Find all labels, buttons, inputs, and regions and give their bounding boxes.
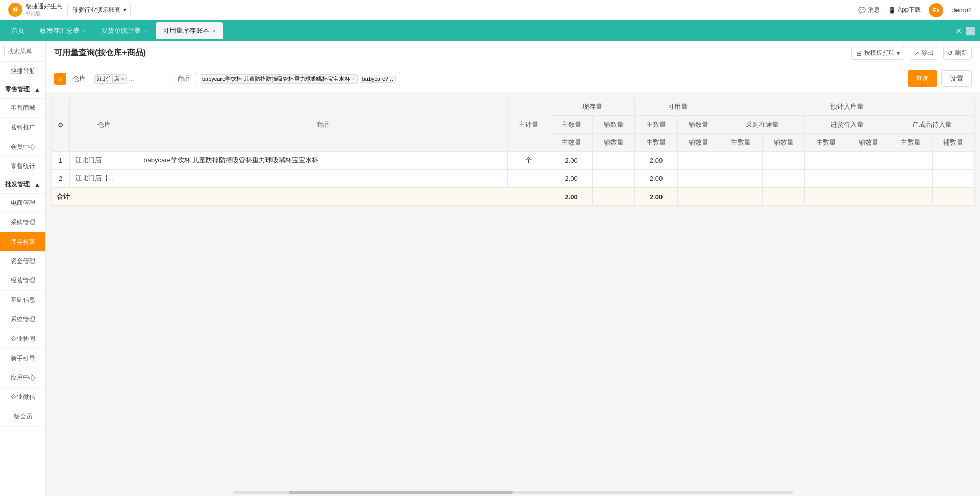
row-avail-aux <box>677 170 720 188</box>
maximize-icon[interactable]: ⬜ <box>966 26 976 36</box>
sidebar-item-retail-mall[interactable]: 零售商城 <box>0 99 45 118</box>
col-settings-header[interactable]: ⚙ <box>52 98 70 152</box>
col-avail-aux-qty: 辅数量 <box>677 116 720 134</box>
top-bar-left: 好 畅捷通好生意 标准版 母婴行业演示账套 ▾ <box>8 3 131 17</box>
tab-keyongliang[interactable]: 可用量库存账本 × <box>156 22 223 39</box>
export-btn[interactable]: ↗ 导出 <box>910 46 938 60</box>
warehouse-tag: 江北门店 × <box>94 74 127 84</box>
main-layout: 快捷导航 零售管理 ▲ 零售商城 营销推广 会员中心 零售统计 批发管理 ▲ 电… <box>0 41 980 496</box>
product-tag-2-value: babycare?... <box>362 76 394 82</box>
app-download-btn[interactable]: 📱 App下载 <box>888 6 921 14</box>
col-warehouse-header: 仓库 <box>70 98 138 152</box>
col-incoming-aux: 辅数量 <box>847 134 890 152</box>
total-stock-main: 2.00 <box>550 187 593 206</box>
logo-sub: 标准版 <box>26 10 62 17</box>
content-area: 可用量查询(按仓库+商品) 🖨 按模板打印 ▾ ↗ 导出 ↺ 刷新 » <box>46 41 980 496</box>
sidebar-item-retail-mgmt[interactable]: 零售管理 ▲ <box>0 81 45 99</box>
row-production-aux <box>932 152 974 170</box>
total-row: 合计 2.00 2.00 <box>52 187 975 206</box>
close-window-icon[interactable]: ✕ <box>955 26 962 36</box>
sidebar-item-purchase[interactable]: 采购管理 <box>0 213 45 232</box>
tab-yaohuo[interactable]: 要货单统计表 × <box>94 22 154 39</box>
total-incoming-aux <box>847 187 890 206</box>
row-purchase-aux <box>762 170 804 188</box>
export-label: 导出 <box>921 49 934 57</box>
sidebar-item-marketing[interactable]: 营销推广 <box>0 118 45 137</box>
refresh-btn[interactable]: ↺ 刷新 <box>943 46 972 60</box>
row-unit <box>507 170 550 188</box>
warehouse-tag-remove[interactable]: × <box>121 76 124 82</box>
row-purchase-main <box>720 170 762 188</box>
row-avail-aux <box>677 152 720 170</box>
settings-btn[interactable]: 设置 <box>941 70 972 87</box>
logo-area: 好 畅捷通好生意 标准版 <box>8 3 62 17</box>
warehouse-input[interactable]: 江北门店 × ... <box>90 72 172 86</box>
table-row: 2 江北门店【... 2.00 2.00 <box>52 170 975 188</box>
row-purchase-aux <box>762 152 804 170</box>
filter-toggle-btn[interactable]: » <box>54 73 66 85</box>
sidebar-item-ecommerce[interactable]: 电商管理 <box>0 194 45 213</box>
sidebar-item-wholesale-mgmt[interactable]: 批发管理 ▲ <box>0 176 45 194</box>
sidebar-item-enterprise[interactable]: 企业协同 <box>0 329 45 349</box>
sidebar-item-member[interactable]: 畅会员 <box>0 407 45 427</box>
scroll-track[interactable] <box>233 491 793 494</box>
store-name: 母婴行业演示账套 <box>72 6 121 14</box>
tab-shoufacun-close[interactable]: × <box>83 28 86 34</box>
chevron-down-icon: ▾ <box>123 6 126 13</box>
refresh-label: 刷新 <box>955 49 967 57</box>
product-tag-1-remove[interactable]: × <box>352 76 355 82</box>
print-btn[interactable]: 🖨 按模板打印 ▾ <box>851 46 904 60</box>
sidebar-item-quick-nav[interactable]: 快捷导航 <box>0 62 45 81</box>
sidebar-item-member-center[interactable]: 会员中心 <box>0 137 45 157</box>
sidebar-item-newbie[interactable]: 新手引导 <box>0 349 45 368</box>
store-selector[interactable]: 母婴行业演示账套 ▾ <box>67 4 131 16</box>
col-product-header: 商品 <box>138 98 508 152</box>
product-tag-2: babycare?... <box>360 75 396 83</box>
sidebar-item-basic-info[interactable]: 基础信息 <box>0 291 45 310</box>
warehouse-filter-group: 仓库 江北门店 × ... <box>72 72 172 86</box>
col-stock-main-qty: 主数量 <box>550 116 593 134</box>
tab-yaohuo-close[interactable]: × <box>144 28 147 34</box>
row-incoming-aux <box>847 152 890 170</box>
scroll-bar-area <box>46 489 980 496</box>
sidebar-item-app-center[interactable]: 应用中心 <box>0 368 45 388</box>
product-filter-group: 商品 babycare学饮杯 儿童防摔防撞吸管杯重力球吸嘴杯宝宝水杯 × bab… <box>178 72 400 86</box>
total-production-main <box>890 187 932 206</box>
refresh-icon: ↺ <box>948 50 953 57</box>
product-input[interactable]: babycare学饮杯 儿童防摔防撞吸管杯重力球吸嘴杯宝宝水杯 × babyca… <box>195 72 400 86</box>
total-incoming-main <box>805 187 847 206</box>
col-avail-main-2: 主数量 <box>635 134 677 152</box>
row-purchase-main <box>720 152 762 170</box>
tab-shoufacun[interactable]: 收发存汇总表 × <box>33 22 93 39</box>
scroll-thumb[interactable] <box>289 491 513 494</box>
top-bar: 好 畅捷通好生意 标准版 母婴行业演示账套 ▾ 💬 消息 📱 App下载 Ea … <box>0 0 980 20</box>
tab-home[interactable]: 首页 <box>4 22 32 39</box>
product-label: 商品 <box>178 74 191 83</box>
col-production-aux: 辅数量 <box>932 134 974 152</box>
table-row: 1 江北门店 babycare学饮杯 儿童防摔防撞吸管杯重力球吸嘴杯宝宝水杯 个… <box>52 152 975 170</box>
sidebar-item-system[interactable]: 系统管理 <box>0 310 45 329</box>
total-avail-main: 2.00 <box>635 187 677 206</box>
tab-keyongliang-close[interactable]: × <box>212 28 215 34</box>
col-avail-main-qty: 主数量 <box>635 116 677 134</box>
message-icon: 💬 <box>858 7 866 14</box>
sidebar-item-finance[interactable]: 资金管理 <box>0 252 45 271</box>
query-btn[interactable]: 查询 <box>908 70 937 87</box>
sidebar-item-retail-stats[interactable]: 零售统计 <box>0 157 45 176</box>
col-purchase-transit-header: 采购在途量 <box>720 116 804 134</box>
col-purchase-aux: 辅数量 <box>762 134 804 152</box>
message-btn[interactable]: 💬 消息 <box>858 6 880 14</box>
row-avail-main: 2.00 <box>635 152 677 170</box>
warehouse-more[interactable]: ... <box>129 75 134 82</box>
row-production-main <box>890 152 932 170</box>
col-stock-aux-qty: 辅数量 <box>593 116 635 134</box>
row-warehouse: 江北门店 <box>70 152 138 170</box>
settings-icon[interactable]: ⚙ <box>58 121 64 129</box>
col-stock-main-2: 主数量 <box>550 134 593 152</box>
sidebar-item-operation[interactable]: 经营管理 <box>0 271 45 291</box>
logo-text: 畅捷通好生意 <box>26 3 62 10</box>
sidebar-item-wechat[interactable]: 企业微信 <box>0 388 45 407</box>
window-controls: ✕ ⬜ <box>955 26 976 36</box>
sidebar-item-inventory[interactable]: 库存核算 <box>0 232 45 252</box>
search-input[interactable] <box>4 45 41 57</box>
